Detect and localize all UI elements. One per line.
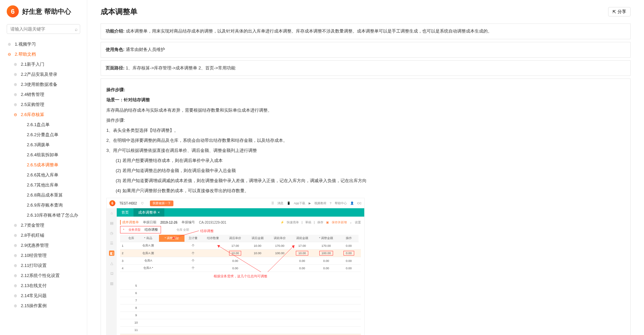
share-label: 分享 (618, 9, 626, 15)
mockup-heart-btn: 我要做第一下 (150, 201, 173, 206)
nav-item[interactable]: 2.6.4组装拆卸单 (7, 150, 80, 160)
brand-title: 好生意 帮助中心 (22, 7, 71, 16)
plus-icon: ⊕ (13, 92, 18, 97)
nav-item[interactable]: ⊕2.10经营管理 (7, 250, 80, 261)
plus-icon: ⊕ (13, 223, 18, 228)
nav-item[interactable]: ⊕2.11打印设置 (7, 261, 80, 271)
nav-item-label: 2.6.4组装拆卸单 (27, 152, 58, 158)
nav-item[interactable]: 2.6.8商品成本重算 (7, 190, 80, 200)
nav-item-label: 2.4销售管理 (21, 92, 44, 98)
plus-icon: ⊕ (13, 243, 18, 248)
nav-item[interactable]: ⊕2.12系统个性化设置 (7, 271, 80, 281)
nav-item-label: 2.15操作案例 (21, 303, 47, 309)
info-label: 页面路径: (106, 65, 124, 70)
step-2: 2、在明细中选择要调整的商品及仓库，系统会自动带出结存数量和结存金额，以及结存成… (106, 137, 625, 144)
info-box-intro: 功能介绍: 成本调整单，用来实现对商品结存成本的调整，以及针对具体的出入库单进行… (101, 23, 631, 39)
mockup-top-icons: ☰ 消息 📱App下载 ▶视频教程 ?帮助中心 👤CC (271, 201, 362, 206)
blank-icon (19, 172, 24, 178)
nav-item[interactable]: ⊕2.4销售管理 (7, 90, 80, 100)
step-3: 3、用户可以根据调整依据直接在调后单价、调后金额、调整金额列上进行调整 (106, 147, 625, 154)
brand-logo-icon: 6 (7, 5, 19, 17)
nav-item[interactable]: ⊖2.帮助文档 (7, 49, 80, 59)
plus-icon: ⊕ (13, 72, 18, 77)
mockup-tab-home: 首页 (117, 208, 133, 217)
plus-icon: ⊕ (13, 283, 18, 288)
nav-item-label: 2.12系统个性化设置 (21, 273, 60, 279)
nav-item[interactable]: ⊕2.14常见问题 (7, 291, 80, 301)
brand: 6 好生意 帮助中心 (7, 5, 80, 17)
nav-item[interactable]: 2.6.5成本调整单 (7, 160, 80, 170)
nav-item-label: 2.帮助文档 (15, 51, 36, 57)
nav-item[interactable]: ⊕2.5采购管理 (7, 100, 80, 110)
share-button[interactable]: ⇱ 分享 (608, 7, 631, 16)
step-1: 1、表头业务类型选择【结存调整】。 (106, 127, 625, 134)
nav-item[interactable]: ⊕2.15操作案例 (7, 301, 80, 311)
plus-icon: ⊕ (13, 303, 18, 309)
nav-item-label: 2.6.7其他出库单 (27, 182, 58, 188)
nav-item[interactable]: 2.6.7其他出库单 (7, 180, 80, 190)
plus-icon: ⊕ (13, 62, 18, 67)
search-input[interactable] (7, 24, 80, 34)
nav-item-label: 2.6.8商品成本重算 (27, 192, 63, 198)
page-title: 成本调整单 (101, 7, 138, 17)
nav-item[interactable]: ⊕2.2产品安装及登录 (7, 69, 80, 79)
nav-item-label: 2.11打印设置 (21, 263, 47, 269)
plus-icon: ⊕ (13, 102, 18, 107)
page-header: 成本调整单 ⇱ 分享 (101, 7, 631, 17)
scenario-desc: 库存商品的结存成本与实际成本有差异，需要根据结存数量和实际单位成本进行调整。 (106, 107, 625, 114)
info-box-role: 使用角色: 通常由财务人员维护 (101, 42, 631, 58)
nav-item-label: 2.6.5成本调整单 (27, 162, 58, 168)
nav-item[interactable]: ⊕2.13在线支付 (7, 281, 80, 291)
nav-item[interactable]: 2.6.9库存账本查询 (7, 200, 80, 210)
blank-icon (19, 213, 24, 218)
nav-item[interactable]: 2.6.10库存账本错了怎么办 (7, 210, 80, 220)
nav-item-label: 2.10经营管理 (21, 253, 47, 259)
nav-item-label: 2.8手机旺铺 (21, 232, 44, 238)
info-text: 1、库存核算->库存管理->成本调整单 2、首页->常用功能 (126, 65, 235, 70)
minus-icon: ⊖ (13, 112, 18, 117)
nav-item-label: 1.视频学习 (15, 41, 36, 47)
nav-item[interactable]: ⊕2.8手机旺铺 (7, 230, 80, 240)
minus-icon: ⊖ (7, 52, 12, 57)
nav-item[interactable]: ⊖2.6库存核算 (7, 110, 80, 120)
mockup-inner: 成本调整单 单据日期 2019-12-26 单据编号 CA-20191229-0… (117, 217, 364, 335)
nav-item[interactable]: ⊕2.1新手入门 (7, 59, 80, 69)
info-box-path: 页面路径: 1、库存核算->库存管理->成本调整单 2、首页->常用功能 (101, 60, 631, 76)
nav-item[interactable]: 2.6.1盘点单 (7, 120, 80, 130)
mockup-test-label: TEST-H002 (119, 202, 137, 205)
blank-icon (19, 152, 24, 158)
nav-item[interactable]: ⊕1.视频学习 (7, 39, 80, 49)
nav-item[interactable]: 2.6.3调拨单 (7, 140, 80, 150)
mockup-red-note: 根据业务需求，这几个位总均可调整 (120, 272, 361, 281)
plus-icon: ⊕ (13, 233, 18, 238)
mockup-logo-icon: 6 (109, 200, 115, 206)
info-label: 使用角色: (106, 47, 124, 52)
info-label: 功能介绍: (106, 29, 124, 34)
nav-item[interactable]: 2.6.2分量盘点单 (7, 130, 80, 140)
mockup-tabs: 首页 成本调整单 × (117, 208, 364, 217)
step-3-2: (2) 若用户知道调整总的结存金额，则在调后金额中录入总金额 (106, 167, 625, 174)
blank-icon (19, 122, 24, 127)
plus-icon: ⊕ (13, 82, 18, 87)
nav-item-label: 2.6库存核算 (21, 112, 44, 118)
mockup-table: 仓库* 商品* 调整类型主计量结存数量调后单价调后金额调前单价调前金额* 调整金… (120, 235, 361, 272)
blank-icon (19, 182, 24, 188)
nav-item-label: 2.14常见问题 (21, 293, 47, 299)
nav-item-label: 2.6.9库存账本查询 (27, 202, 63, 208)
search-icon[interactable]: ⌕ (75, 26, 77, 32)
main-content: 成本调整单 ⇱ 分享 功能介绍: 成本调整单，用来实现对商品结存成本的调整，以及… (87, 0, 644, 335)
plus-icon: ⊕ (13, 253, 18, 258)
info-text: 通常由财务人员维护 (126, 47, 165, 52)
nav-item[interactable]: 2.6.6其他入库单 (7, 170, 80, 180)
nav-tree: ⊕1.视频学习⊖2.帮助文档⊕2.1新手入门⊕2.2产品安装及登录⊕2.3使用前… (7, 39, 80, 311)
mockup-side-icons: ⌂▤◷☰◧△⊡▥ (107, 208, 117, 335)
nav-item-label: 2.1新手入门 (21, 61, 44, 67)
sidebar: 6 好生意 帮助中心 ⌕ ⊕1.视频学习⊖2.帮助文档⊕2.1新手入门⊕2.2产… (0, 0, 87, 335)
nav-item[interactable]: ⊕2.7资金管理 (7, 220, 80, 230)
nav-item-label: 2.6.6其他入库单 (27, 172, 58, 178)
nav-item[interactable]: ⊕2.9优惠券管理 (7, 240, 80, 250)
nav-item[interactable]: ⊕2.3使用前数据准备 (7, 79, 80, 90)
content-body: 操作步骤: 场景一：针对结存调整 库存商品的结存成本与实际成本有差异，需要根据结… (101, 78, 631, 335)
plus-icon: ⊕ (13, 273, 18, 278)
mockup-screenshot: 6 TEST-H002 ♡ 我要做第一下 ☰ 消息 📱App下载 ▶视频教程 ?… (106, 198, 365, 335)
